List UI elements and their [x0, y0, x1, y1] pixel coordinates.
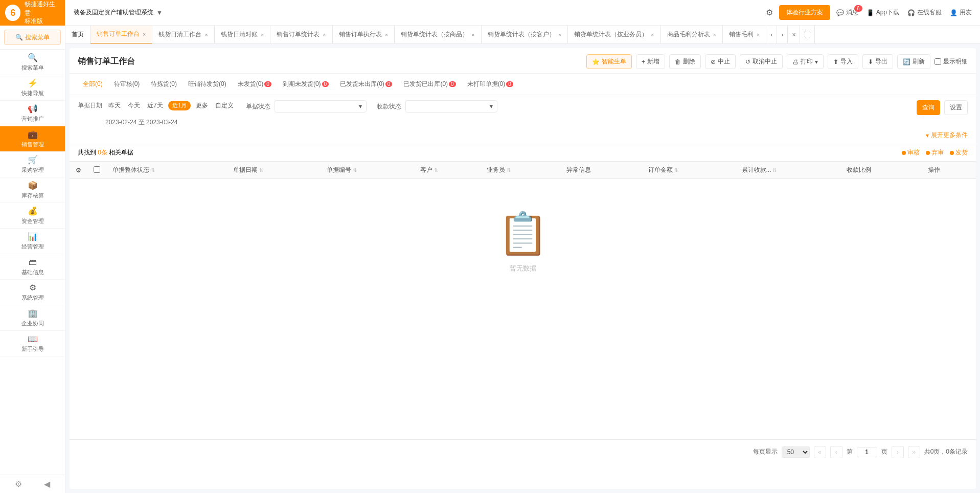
- tab-scroll-prev[interactable]: ‹: [766, 26, 777, 44]
- table-action-ship-btn[interactable]: 发货: [950, 148, 968, 157]
- sidebar-item-operation[interactable]: 📊经营管理: [0, 229, 65, 254]
- topbar-settings-icon[interactable]: ⚙: [766, 8, 773, 17]
- show-detail-checkbox[interactable]: 显示明细: [935, 57, 968, 66]
- tab-maximize-btn[interactable]: ⛶: [800, 26, 815, 44]
- sub-tab-all[interactable]: 全部(0): [78, 78, 108, 91]
- print-btn[interactable]: 🖨 打印 ▾: [787, 54, 824, 69]
- tab-close-sales-stat[interactable]: ×: [323, 32, 326, 38]
- prev-page-btn[interactable]: ‹: [830, 446, 842, 458]
- tab-sales-exec[interactable]: 销售订单执行表×: [333, 26, 395, 44]
- search-menu-button[interactable]: 🔍 搜索菜单: [4, 30, 61, 45]
- tab-close-all-btn[interactable]: ×: [788, 26, 800, 44]
- collapse-icon[interactable]: ◀: [44, 479, 50, 489]
- tab-sales-profit[interactable]: 销售毛利×: [723, 26, 766, 44]
- sub-tab-expired-not-shipped[interactable]: 到期未发货(0)0: [278, 78, 334, 91]
- delete-btn[interactable]: 🗑 删除: [669, 54, 701, 69]
- sort-icon-status[interactable]: ⇅: [149, 167, 155, 173]
- filter-settings-btn[interactable]: 设置: [944, 100, 968, 115]
- topbar-dropdown-icon[interactable]: ▼: [156, 9, 163, 16]
- topbar-action-app[interactable]: 📱App下载: [867, 8, 899, 17]
- settings-icon[interactable]: ⚙: [15, 479, 22, 489]
- tab-sales-summary-customer[interactable]: 销货单统计表（按客户）×: [482, 26, 568, 44]
- tab-close-sales-summary-customer[interactable]: ×: [558, 32, 561, 38]
- sub-tab-not-shipped[interactable]: 未发货(0)0: [233, 78, 277, 91]
- sidebar-item-basic[interactable]: 🗃基础信息: [0, 254, 65, 280]
- col-gear-icon[interactable]: ⚙: [76, 167, 81, 174]
- tab-cash-reconcile[interactable]: 钱货日清对账×: [215, 26, 270, 44]
- per-page-select[interactable]: 102050100: [782, 446, 810, 458]
- table-action-review-btn[interactable]: 审核: [902, 148, 920, 157]
- date-option-近7天[interactable]: 近7天: [145, 100, 165, 111]
- sub-tab-shipped-not-out[interactable]: 已发货未出库(0)0: [335, 78, 397, 91]
- tab-close-product-margin[interactable]: ×: [713, 32, 716, 38]
- topbar-action-message[interactable]: 💬6消息: [836, 8, 858, 17]
- sort-icon-date[interactable]: ⇅: [258, 167, 263, 173]
- tab-sales-stat[interactable]: 销售订单统计表×: [270, 26, 332, 44]
- sidebar-item-marketing[interactable]: 📢营销推广: [0, 101, 65, 126]
- col-header-staff[interactable]: 业务员 ⇅: [481, 162, 560, 179]
- status-filter-select[interactable]: ▾: [275, 100, 367, 113]
- date-option-更多[interactable]: 更多: [194, 100, 210, 111]
- export-btn[interactable]: ⬇ 导出: [862, 54, 893, 69]
- tab-sales-summary-product[interactable]: 销货单统计表（按商品）×: [395, 26, 481, 44]
- import-btn[interactable]: ⬆ 导入: [828, 54, 858, 69]
- tab-product-margin[interactable]: 商品毛利分析表×: [661, 26, 723, 44]
- sort-icon-number[interactable]: ⇅: [351, 167, 357, 173]
- sub-tab-not-printed[interactable]: 未打印单据(0)0: [462, 78, 518, 91]
- tab-close-cash-clear[interactable]: ×: [204, 32, 208, 38]
- tab-scroll-next[interactable]: ›: [777, 26, 788, 44]
- topbar-action-service[interactable]: 🎧在线客服: [907, 8, 942, 17]
- col-header-amount[interactable]: 订单金额 ⇅: [642, 162, 736, 179]
- col-header-status[interactable]: 单据整体状态 ⇅: [106, 162, 227, 179]
- sort-icon-customer[interactable]: ⇅: [432, 167, 438, 173]
- tab-home[interactable]: 首页: [65, 26, 90, 44]
- sub-tab-pending-pick[interactable]: 待拣货(0): [146, 78, 182, 91]
- industry-btn[interactable]: 体验行业方案: [779, 5, 830, 20]
- date-option-昨天[interactable]: 昨天: [106, 100, 123, 111]
- next-page-btn[interactable]: ›: [892, 446, 904, 458]
- tab-close-sales-workbench[interactable]: ×: [143, 31, 146, 37]
- sidebar-item-system[interactable]: ⚙系统管理: [0, 280, 65, 305]
- tab-close-sales-profit[interactable]: ×: [757, 32, 760, 38]
- sort-icon-staff[interactable]: ⇅: [505, 167, 511, 173]
- sort-icon-amount[interactable]: ⇅: [673, 167, 678, 173]
- tab-close-sales-exec[interactable]: ×: [385, 32, 388, 38]
- col-header-customer[interactable]: 客户 ⇅: [414, 162, 481, 179]
- tab-close-sales-summary-staff[interactable]: ×: [651, 32, 654, 38]
- sidebar-item-finance[interactable]: 💰资金管理: [0, 203, 65, 229]
- col-header-number[interactable]: 单据编号 ⇅: [321, 162, 414, 179]
- sidebar-item-purchase[interactable]: 🛒采购管理: [0, 152, 65, 177]
- sort-icon-collected[interactable]: ⇅: [771, 167, 777, 173]
- page-input[interactable]: [857, 447, 877, 457]
- expand-filter-btn[interactable]: ▾ 展开更多条件: [926, 131, 968, 140]
- table-action-cancel-review-btn[interactable]: 弃审: [926, 148, 944, 157]
- date-option-近1月[interactable]: 近1月: [168, 101, 191, 110]
- refresh-btn[interactable]: 🔄 刷新: [897, 54, 930, 69]
- add-btn[interactable]: + 新增: [636, 54, 665, 69]
- tab-close-sales-summary-product[interactable]: ×: [471, 32, 474, 38]
- topbar-action-user[interactable]: 👤用友: [950, 8, 972, 17]
- last-page-btn[interactable]: »: [908, 446, 920, 458]
- stop-btn[interactable]: ⊘ 中止: [705, 54, 736, 69]
- tab-sales-workbench[interactable]: 销售订单工作台×: [90, 26, 152, 44]
- sidebar-item-search[interactable]: 🔍搜索菜单: [0, 50, 65, 75]
- sidebar-item-inventory[interactable]: 📦库存核算: [0, 177, 65, 203]
- tab-sales-summary-staff[interactable]: 销货单统计表（按业务员）×: [568, 26, 660, 44]
- sidebar-item-sales[interactable]: 💼销售管理: [0, 126, 65, 152]
- select-all-checkbox[interactable]: [94, 166, 100, 173]
- col-header-date[interactable]: 单据日期 ⇅: [227, 162, 321, 179]
- sub-tab-shipped-out[interactable]: 已发货已出库(0)0: [398, 78, 461, 91]
- date-option-自定义[interactable]: 自定义: [213, 100, 236, 111]
- sub-tab-wangpu-pending[interactable]: 旺铺待发货(0): [183, 78, 232, 91]
- tab-cash-clear[interactable]: 钱货日清工作台×: [152, 26, 214, 44]
- sidebar-item-guide[interactable]: 📖新手引导: [0, 331, 65, 356]
- sidebar-item-enterprise[interactable]: 🏢企业协同: [0, 305, 65, 331]
- payment-filter-select[interactable]: ▾: [405, 100, 497, 113]
- col-header-collected[interactable]: 累计收款... ⇅: [736, 162, 840, 179]
- sidebar-item-quick[interactable]: ⚡快捷导航: [0, 75, 65, 101]
- cancel-stop-btn[interactable]: ↺ 取消中止: [740, 54, 783, 69]
- tab-close-cash-reconcile[interactable]: ×: [261, 32, 264, 38]
- query-btn[interactable]: 查询: [917, 100, 940, 115]
- first-page-btn[interactable]: «: [814, 446, 826, 458]
- show-detail-input[interactable]: [935, 58, 941, 65]
